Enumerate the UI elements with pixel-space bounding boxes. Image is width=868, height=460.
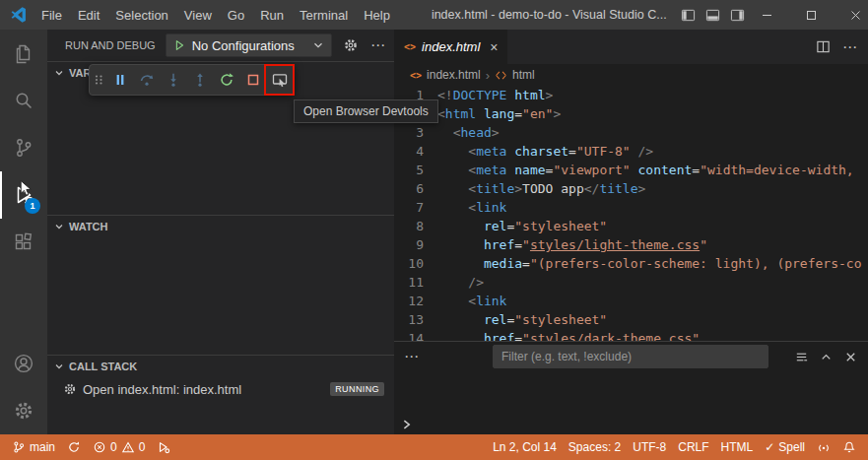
notifications[interactable] — [836, 434, 862, 460]
settings-gear-icon[interactable] — [0, 387, 47, 434]
branch-indicator[interactable]: main — [6, 434, 61, 460]
window-controls — [745, 0, 868, 30]
extensions-icon[interactable] — [0, 219, 47, 266]
debug-session-icon — [157, 440, 170, 454]
search-icon[interactable] — [0, 77, 47, 124]
code-line-2[interactable]: 2<html lang="en"> — [394, 104, 868, 123]
error-icon — [93, 440, 106, 454]
html-file-icon: <> — [410, 70, 422, 81]
chevron-up-icon[interactable] — [819, 350, 834, 364]
step-over-button[interactable] — [133, 66, 160, 94]
editor-group: <> index.html × ⋯ <> index.html › html 1… — [394, 30, 868, 434]
watch-section-header[interactable]: WATCH — [47, 216, 394, 237]
spell-checker[interactable]: ✓ Spell — [759, 434, 811, 460]
call-stack-section: CALL STACK Open index.html: index.html R… — [47, 355, 394, 434]
minimize-button[interactable] — [745, 0, 789, 30]
menu-go[interactable]: Go — [220, 0, 252, 30]
configure-gear-icon[interactable] — [342, 34, 361, 56]
code-line-8[interactable]: 8 rel="stylesheet" — [394, 217, 868, 235]
close-panel-icon[interactable] — [843, 350, 858, 364]
bell-icon — [842, 440, 856, 454]
start-debug-icon[interactable] — [172, 38, 186, 52]
vscode-window: FileEditSelectionViewGoRunTerminalHelp i… — [0, 0, 868, 460]
eol-sequence[interactable]: CRLF — [672, 434, 714, 460]
menu-bar: FileEditSelectionViewGoRunTerminalHelp — [33, 0, 398, 30]
breadcrumb-symbol[interactable]: html — [512, 68, 535, 82]
breadcrumb-file[interactable]: index.html — [427, 68, 481, 82]
code-line-5[interactable]: 5 <meta name="viewport" content="width=d… — [394, 161, 868, 179]
line-number: 12 — [394, 292, 437, 310]
menu-run[interactable]: Run — [252, 0, 292, 30]
console-prompt-icon — [400, 418, 414, 431]
menu-help[interactable]: Help — [356, 0, 398, 30]
source-control-icon[interactable] — [0, 124, 47, 171]
warning-icon — [121, 440, 135, 454]
code-lines: 1<!DOCTYPE html>2<html lang="en">3 <head… — [394, 86, 868, 341]
step-out-button[interactable] — [186, 66, 213, 94]
toggle-secondary-sidebar-icon[interactable] — [730, 8, 745, 23]
code-line-11[interactable]: 11 /> — [394, 273, 868, 292]
call-stack-section-header[interactable]: CALL STACK — [47, 356, 394, 377]
restart-button[interactable] — [213, 66, 239, 94]
sync-indicator[interactable] — [61, 434, 87, 460]
tab-close-icon[interactable]: × — [490, 39, 498, 55]
code-line-7[interactable]: 7 <link — [394, 198, 868, 217]
code-line-1[interactable]: 1<!DOCTYPE html> — [394, 86, 868, 104]
line-number: 9 — [394, 235, 437, 254]
line-number: 14 — [394, 329, 437, 341]
menu-view[interactable]: View — [176, 0, 220, 30]
explorer-icon[interactable] — [0, 30, 47, 77]
console-filter-input[interactable] — [493, 345, 768, 368]
code-line-9[interactable]: 9 href="styles/light-theme.css" — [394, 235, 868, 254]
console-options-icon[interactable] — [794, 350, 809, 364]
cursor-position[interactable]: Ln 2, Col 14 — [487, 434, 563, 460]
chevron-down-icon — [51, 359, 67, 374]
console-output[interactable] — [394, 371, 868, 415]
maximize-button[interactable] — [789, 0, 834, 30]
encoding-label: UTF-8 — [633, 440, 666, 454]
call-stack-session-row[interactable]: Open index.html: index.html RUNNING — [47, 377, 394, 401]
problems-indicator[interactable]: 0 0 — [87, 434, 151, 460]
line-content: href="styles/dark-theme.css" — [437, 329, 700, 341]
debug-config-dropdown[interactable]: No Configurations — [166, 33, 332, 57]
chevron-down-icon — [311, 38, 325, 52]
gripper-icon[interactable] — [91, 66, 106, 94]
open-browser-devtools-button[interactable] — [266, 66, 293, 94]
account-icon[interactable] — [0, 340, 47, 387]
code-line-12[interactable]: 12 <link — [394, 292, 868, 310]
menu-terminal[interactable]: Terminal — [292, 0, 356, 30]
panel-tabs-overflow-icon[interactable]: ⋯ — [404, 348, 420, 365]
broadcast-indicator[interactable] — [811, 434, 836, 460]
sidebar-more-actions-icon[interactable]: ⋯ — [370, 36, 386, 54]
panel-header: ⋯ — [394, 342, 868, 371]
editor-actions: ⋯ — [816, 30, 858, 64]
encoding[interactable]: UTF-8 — [627, 434, 672, 460]
code-line-3[interactable]: 3 <head> — [394, 123, 868, 142]
menu-selection[interactable]: Selection — [107, 0, 175, 30]
code-line-4[interactable]: 4 <meta charset="UTF-8" /> — [394, 142, 868, 161]
line-content: <title>TODO app</title> — [437, 179, 645, 198]
close-button[interactable] — [834, 0, 868, 30]
code-line-6[interactable]: 6 <title>TODO app</title> — [394, 179, 868, 198]
toggle-panel-icon[interactable] — [705, 8, 720, 23]
code-editor[interactable]: 1<!DOCTYPE html>2<html lang="en">3 <head… — [394, 86, 868, 341]
language-mode[interactable]: HTML — [715, 434, 760, 460]
menu-edit[interactable]: Edit — [70, 0, 107, 30]
menu-file[interactable]: File — [33, 0, 70, 30]
tab-index-html[interactable]: <> index.html × — [394, 30, 507, 64]
code-line-14[interactable]: 14 href="styles/dark-theme.css" — [394, 329, 868, 341]
split-editor-icon[interactable] — [816, 39, 831, 54]
console-input-row[interactable] — [394, 415, 868, 434]
stop-button[interactable] — [239, 66, 266, 94]
toggle-sidebar-icon[interactable] — [681, 8, 696, 23]
watch-label: WATCH — [69, 221, 108, 232]
debug-session-indicator[interactable] — [151, 434, 176, 460]
pause-button[interactable] — [106, 66, 133, 94]
code-line-13[interactable]: 13 rel="stylesheet" — [394, 310, 868, 329]
editor-more-actions-icon[interactable]: ⋯ — [842, 38, 858, 56]
line-content: <html lang="en"> — [437, 104, 561, 123]
code-line-10[interactable]: 10 media="(prefers-color-scheme: light),… — [394, 254, 868, 273]
step-into-button[interactable] — [160, 66, 186, 94]
indentation[interactable]: Spaces: 2 — [563, 434, 627, 460]
broadcast-icon — [817, 440, 831, 454]
